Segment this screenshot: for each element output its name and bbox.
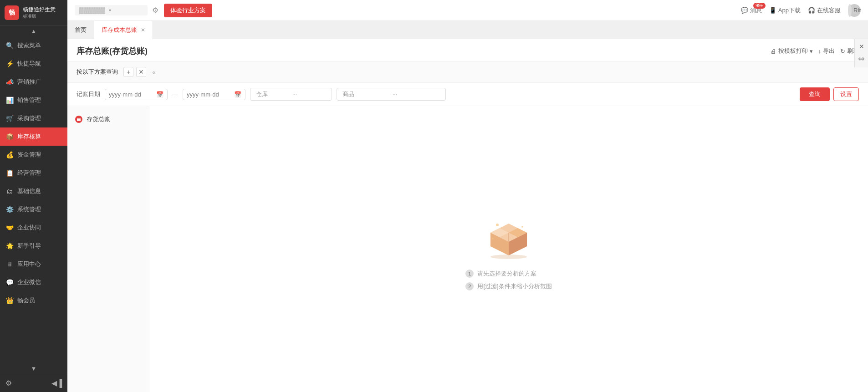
sidebar-scroll-up[interactable]: ▲ bbox=[0, 26, 67, 36]
empty-state: 1 请先选择要分析的方案 2 用[过滤]条件来缩小分析范围 bbox=[465, 208, 551, 290]
logo-icon: 畅 bbox=[5, 5, 19, 20]
main-area: ▓▓▓▓▓▓ ▾ ⚙ 体验行业方案 💬 消息 99+ 📱 App下载 🎧 在线客… bbox=[67, 0, 868, 392]
sidebar-item-sales[interactable]: 📊 销售管理 bbox=[0, 91, 67, 109]
filter-label: 按以下方案查询 bbox=[77, 68, 118, 76]
product-input[interactable]: 商品 ··· bbox=[337, 88, 446, 101]
sidebar-item-wechat[interactable]: 💬 企业微信 bbox=[0, 273, 67, 291]
industry-btn[interactable]: 体验行业方案 bbox=[164, 4, 212, 17]
enterprise-icon: 🤝 bbox=[5, 224, 14, 232]
date-end-input[interactable]: 📅 bbox=[183, 89, 245, 100]
app-download-area[interactable]: 📱 App下载 bbox=[769, 6, 801, 15]
page-title: 库存总账(存货总账) bbox=[77, 46, 148, 56]
sidebar-item-inventory[interactable]: 📦 库存核算 bbox=[0, 127, 67, 146]
sidebar-item-basic-info[interactable]: 🗂 基础信息 bbox=[0, 182, 67, 200]
sidebar-item-label: 基础信息 bbox=[17, 187, 41, 195]
warehouse-more-icon: ··· bbox=[292, 91, 326, 97]
filter-area: 按以下方案查询 + × « bbox=[67, 61, 868, 83]
inventory-ledger-icon bbox=[75, 115, 83, 123]
sidebar-item-label: 企业微信 bbox=[17, 278, 41, 286]
calendar-start-icon[interactable]: 📅 bbox=[156, 91, 163, 98]
sidebar-item-label: 快捷导航 bbox=[17, 60, 41, 68]
filter-del-btn[interactable]: × bbox=[136, 67, 146, 77]
sidebar-item-label: 资金管理 bbox=[17, 151, 41, 159]
date-separator: — bbox=[172, 91, 178, 98]
app-name: 畅捷通好生意 bbox=[23, 6, 56, 14]
sidebar-item-finance[interactable]: 💰 资金管理 bbox=[0, 146, 67, 164]
online-service-area[interactable]: 🎧 在线客服 bbox=[808, 6, 841, 15]
message-area[interactable]: 💬 消息 99+ bbox=[741, 6, 762, 15]
empty-illustration bbox=[481, 208, 536, 262]
user-name: Rit bbox=[853, 7, 861, 14]
svg-rect-2 bbox=[77, 120, 81, 121]
sidebar-item-label: 企业协同 bbox=[17, 224, 41, 232]
empty-tips: 1 请先选择要分析的方案 2 用[过滤]条件来缩小分析范围 bbox=[465, 270, 551, 290]
empty-tip-1: 1 请先选择要分析的方案 bbox=[465, 270, 551, 278]
sidebar-item-search-menu[interactable]: 🔍 搜索菜单 bbox=[0, 36, 67, 55]
message-icon: 💬 bbox=[741, 7, 748, 14]
topbar-gear-icon[interactable]: ⚙ bbox=[152, 6, 158, 15]
refresh-icon: ↻ bbox=[840, 48, 845, 55]
sidebar-item-enterprise[interactable]: 🤝 企业协同 bbox=[0, 219, 67, 237]
sidebar-item-label: 营销推广 bbox=[17, 78, 41, 86]
search-menu-icon: 🔍 bbox=[5, 41, 14, 50]
sidebar-item-app-center[interactable]: 🖥 应用中心 bbox=[0, 255, 67, 273]
svg-rect-1 bbox=[77, 119, 81, 120]
content-area: 库存总账(存货总账) 🖨 按模板打印 ▾ ↓ 导出 ↻ 刷新 按以下方案查询 bbox=[67, 39, 868, 392]
empty-tip-2: 2 用[过滤]条件来缩小分析范围 bbox=[465, 282, 551, 290]
export-btn[interactable]: ↓ 导出 bbox=[818, 47, 835, 55]
member-icon: 👑 bbox=[5, 296, 14, 305]
tab-home[interactable]: 首页 bbox=[67, 21, 94, 39]
app-center-icon: 🖥 bbox=[5, 260, 14, 268]
marketing-icon: 📣 bbox=[5, 78, 14, 86]
sidebar-item-purchase[interactable]: 🛒 采购管理 bbox=[0, 109, 67, 127]
search-button[interactable]: 查询 bbox=[800, 87, 830, 101]
filter-row: 记账日期 📅 — 📅 仓库 ··· 商品 ··· 查询 设置 bbox=[67, 83, 868, 106]
user-avatar[interactable]: Rit bbox=[848, 4, 861, 17]
basic-info-icon: 🗂 bbox=[5, 187, 14, 195]
settings-icon[interactable]: ⚙ bbox=[5, 379, 12, 387]
collapse-sidebar-icon[interactable]: ◀▐ bbox=[51, 379, 62, 387]
sidebar-item-quick-nav[interactable]: ⚡ 快捷导航 bbox=[0, 55, 67, 73]
tab-inventory-cost[interactable]: 库存成本总账 ✕ bbox=[94, 21, 153, 39]
date-end-field[interactable] bbox=[187, 91, 232, 98]
sidebar-item-label: 新手引导 bbox=[17, 242, 41, 250]
warehouse-input[interactable]: 仓库 ··· bbox=[250, 88, 332, 101]
filter-actions: + × « bbox=[123, 67, 159, 77]
tip-num-2: 2 bbox=[465, 282, 474, 290]
filter-add-btn[interactable]: + bbox=[123, 67, 133, 77]
print-icon: 🖨 bbox=[771, 48, 776, 55]
sidebar: 畅 畅捷通好生意 标准版 ▲ 🔍 搜索菜单 ⚡ 快捷导航 📣 营销推广 📊 销售… bbox=[0, 0, 67, 392]
topbar-search[interactable]: ▓▓▓▓▓▓ ▾ bbox=[75, 5, 148, 15]
content-body: 存货总账 bbox=[67, 106, 868, 392]
sidebar-item-guide[interactable]: 🌟 新手引导 bbox=[0, 237, 67, 255]
left-panel: 存货总账 bbox=[67, 106, 149, 392]
tip-num-1: 1 bbox=[465, 270, 474, 278]
print-btn[interactable]: 🖨 按模板打印 ▾ bbox=[771, 47, 813, 55]
sidebar-item-label: 搜索菜单 bbox=[17, 41, 41, 50]
panel-item-inventory-ledger[interactable]: 存货总账 bbox=[67, 111, 149, 128]
sidebar-item-member[interactable]: 👑 畅会员 bbox=[0, 291, 67, 310]
finance-icon: 💰 bbox=[5, 151, 14, 159]
quick-nav-icon: ⚡ bbox=[5, 60, 14, 68]
export-icon: ↓ bbox=[818, 48, 822, 55]
date-label: 记账日期 bbox=[77, 90, 100, 98]
filter-collapse-btn[interactable]: « bbox=[149, 67, 159, 77]
date-start-input[interactable]: 📅 bbox=[105, 89, 168, 100]
svg-point-10 bbox=[521, 226, 523, 228]
sidebar-item-label: 畅会员 bbox=[17, 296, 35, 305]
sidebar-item-operation[interactable]: 📋 经营管理 bbox=[0, 164, 67, 182]
sidebar-scroll-down[interactable]: ▼ bbox=[0, 363, 67, 374]
headset-icon: 🎧 bbox=[808, 7, 815, 14]
operation-icon: 📋 bbox=[5, 169, 14, 177]
calendar-end-icon[interactable]: 📅 bbox=[234, 91, 241, 98]
sidebar-item-marketing[interactable]: 📣 营销推广 bbox=[0, 73, 67, 91]
date-start-field[interactable] bbox=[109, 91, 154, 98]
sidebar-item-label: 库存核算 bbox=[17, 132, 41, 141]
sidebar-item-system[interactable]: ⚙️ 系统管理 bbox=[0, 200, 67, 219]
purchase-icon: 🛒 bbox=[5, 114, 14, 122]
app-download-label: App下载 bbox=[778, 6, 801, 15]
topbar: ▓▓▓▓▓▓ ▾ ⚙ 体验行业方案 💬 消息 99+ 📱 App下载 🎧 在线客… bbox=[67, 0, 868, 21]
tab-close-icon[interactable]: ✕ bbox=[141, 27, 145, 33]
tip-text-2: 用[过滤]条件来缩小分析范围 bbox=[477, 282, 551, 290]
settings-button[interactable]: 设置 bbox=[833, 87, 859, 101]
